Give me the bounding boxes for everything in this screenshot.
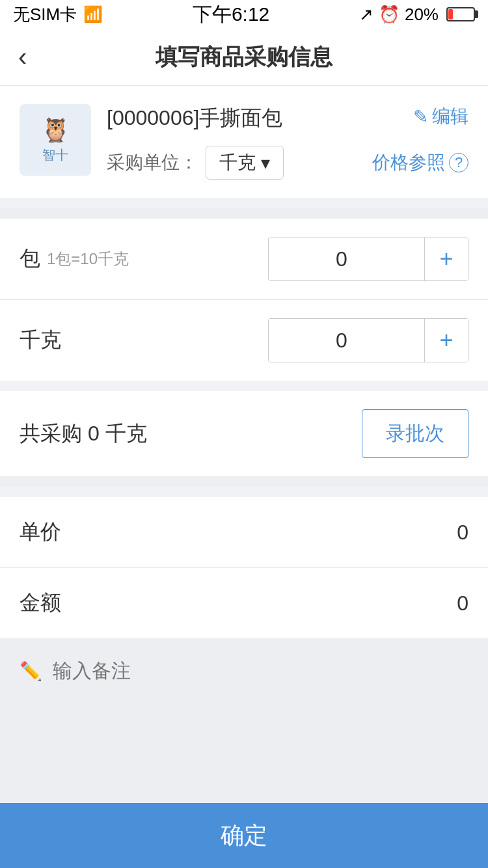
input-section: 包 1包=10千克 + 千克 + xyxy=(0,219,488,381)
product-name: [0000006]手撕面包 xyxy=(107,104,282,133)
kg-input-group: + xyxy=(268,318,468,362)
kg-input[interactable] xyxy=(268,318,424,362)
product-unit-row: 采购单位： 千克 ▾ 价格参照 ? xyxy=(107,146,468,180)
amount-value: 0 xyxy=(457,591,468,616)
remarks-section: ✏️ xyxy=(0,638,488,703)
batch-button[interactable]: 录批次 xyxy=(362,409,468,458)
product-info: [0000006]手撕面包 ✎ 编辑 采购单位： 千克 ▾ 价格参照 ? xyxy=(107,104,468,180)
kg-input-row: 千克 + xyxy=(0,300,488,381)
edit-icon: ✎ xyxy=(413,106,428,128)
amount-label: 金额 xyxy=(20,589,61,617)
edit-button[interactable]: ✎ 编辑 xyxy=(413,104,468,129)
amount-row: 金额 0 xyxy=(0,568,488,638)
pencil-icon: ✏️ xyxy=(20,660,42,682)
divider-1 xyxy=(0,208,488,219)
page-title: 填写商品采购信息 xyxy=(156,42,332,72)
product-card: 🦉 智十 [0000006]手撕面包 ✎ 编辑 采购单位： 千克 ▾ xyxy=(0,86,488,198)
edit-label: 编辑 xyxy=(432,104,468,129)
unit-label: 采购单位： xyxy=(107,150,198,175)
kg-label: 千克 xyxy=(20,326,61,355)
back-button[interactable]: ‹ xyxy=(18,42,27,72)
alarm-icon: ⏰ xyxy=(379,5,400,25)
unit-value: 千克 xyxy=(219,150,256,175)
product-image-label: 智十 xyxy=(42,146,68,164)
carrier-label: 无SIM卡 xyxy=(13,3,77,26)
info-section: 单价 0 金额 0 xyxy=(0,497,488,638)
unit-price-value: 0 xyxy=(457,521,468,545)
price-ref-label: 价格参照 xyxy=(372,150,445,175)
price-ref-icon: ? xyxy=(449,153,468,172)
nav-bar: ‹ 填写商品采购信息 xyxy=(0,29,488,86)
pack-label: 包 xyxy=(20,245,40,273)
divider-2 xyxy=(0,476,488,487)
pack-input[interactable] xyxy=(268,237,424,281)
pack-plus-button[interactable]: + xyxy=(424,237,468,281)
unit-price-row: 单价 0 xyxy=(0,497,488,568)
battery-percent: 20% xyxy=(405,5,439,25)
product-header: [0000006]手撕面包 ✎ 编辑 xyxy=(107,104,468,133)
location-icon: ↗ xyxy=(359,5,373,25)
unit-select[interactable]: 千克 ▾ xyxy=(206,146,284,180)
total-section: 共采购 0 千克 录批次 xyxy=(0,391,488,476)
content-area: 🦉 智十 [0000006]手撕面包 ✎ 编辑 采购单位： 千克 ▾ xyxy=(0,86,488,868)
status-bar-time: 下午6:12 xyxy=(193,1,269,28)
wifi-icon: 📶 xyxy=(83,5,103,23)
status-bar: 无SIM卡 📶 下午6:12 ↗ ⏰ 20% xyxy=(0,0,488,29)
remarks-input[interactable] xyxy=(53,660,468,682)
battery-icon xyxy=(446,7,475,21)
dropdown-arrow-icon: ▾ xyxy=(261,152,270,174)
kg-plus-button[interactable]: + xyxy=(424,318,468,362)
total-label: 共采购 0 千克 xyxy=(20,420,147,448)
status-bar-left: 无SIM卡 📶 xyxy=(13,3,103,26)
product-image: 🦉 智十 xyxy=(20,104,91,176)
price-ref-button[interactable]: 价格参照 ? xyxy=(372,150,468,175)
pack-sublabel: 1包=10千克 xyxy=(47,249,129,269)
status-bar-right: ↗ ⏰ 20% xyxy=(359,5,475,25)
pack-input-row: 包 1包=10千克 + xyxy=(0,219,488,300)
pack-input-group: + xyxy=(268,237,468,281)
confirm-button[interactable]: 确定 xyxy=(0,803,488,868)
unit-price-label: 单价 xyxy=(20,518,61,547)
product-logo: 🦉 xyxy=(41,116,70,144)
battery-fill xyxy=(448,9,453,20)
